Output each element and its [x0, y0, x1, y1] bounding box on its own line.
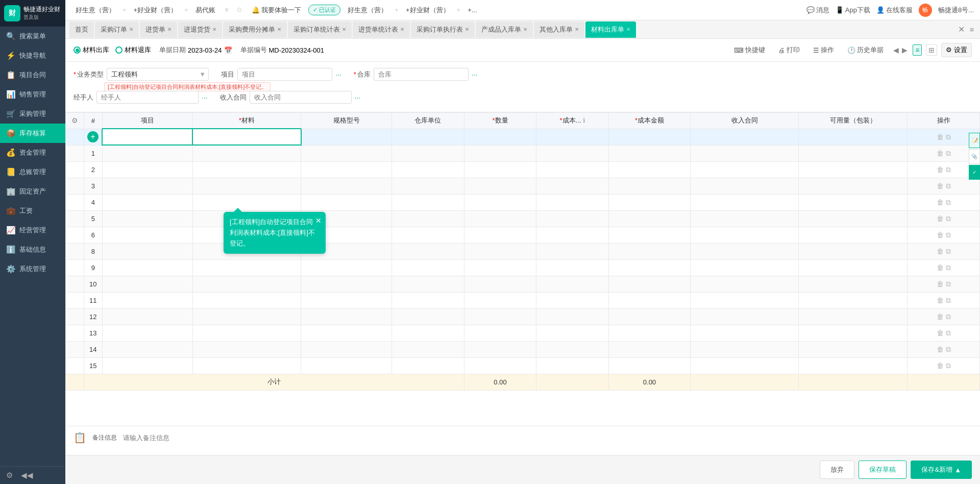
- cell-spec[interactable]: [301, 325, 391, 341]
- tab-close-icon[interactable]: ✕: [400, 27, 404, 32]
- right-tool-check[interactable]: ✓: [969, 165, 980, 180]
- delete-row-icon[interactable]: 🗑: [937, 361, 944, 370]
- cell-available[interactable]: [799, 129, 908, 145]
- cell-income-contract[interactable]: [690, 178, 799, 194]
- cell-spec[interactable]: [301, 161, 391, 178]
- cell-project[interactable]: [102, 259, 192, 276]
- cell-cost-price[interactable]: [536, 341, 609, 357]
- topbar-yidaizhang[interactable]: 易代账: [191, 4, 219, 17]
- prev-arrow[interactable]: ◀: [892, 45, 900, 55]
- topbar-more[interactable]: +...: [463, 4, 481, 16]
- cell-spec[interactable]: [301, 129, 391, 145]
- topbar-haoyecai2[interactable]: +好业财（营）: [402, 4, 454, 17]
- cell-project[interactable]: [102, 308, 192, 325]
- copy-row-icon[interactable]: ⧉: [946, 329, 951, 337]
- delete-row-icon[interactable]: 🗑: [937, 263, 944, 272]
- copy-row-icon[interactable]: ⧉: [946, 182, 951, 190]
- copy-row-icon[interactable]: ⧉: [946, 247, 951, 256]
- tab-close-icon[interactable]: ✕: [523, 27, 527, 32]
- delete-row-icon[interactable]: 🗑: [937, 214, 944, 223]
- radio-material-return[interactable]: 材料退库: [115, 45, 151, 55]
- copy-row-icon[interactable]: ⧉: [946, 345, 951, 354]
- cell-quantity[interactable]: [464, 194, 536, 210]
- cell-warehouse[interactable]: [391, 259, 464, 276]
- cell-available[interactable]: [799, 325, 908, 341]
- tooltip-close-btn[interactable]: ✕: [315, 215, 322, 226]
- cell-project[interactable]: [102, 325, 192, 341]
- sidebar-item-payroll[interactable]: 💼 工资: [0, 201, 65, 221]
- cell-warehouse[interactable]: [391, 161, 464, 178]
- cell-available[interactable]: [799, 145, 908, 161]
- cell-spec[interactable]: [301, 308, 391, 325]
- topbar-experience[interactable]: 🔔 我要体验一下: [248, 4, 306, 17]
- cell-warehouse[interactable]: [391, 243, 464, 259]
- cell-cost-amount[interactable]: [609, 292, 691, 308]
- cell-quantity[interactable]: [464, 308, 536, 325]
- shortcut-btn[interactable]: ⌨ 快捷键: [729, 43, 770, 57]
- cell-cost-price[interactable]: [536, 292, 609, 308]
- topbar-haoshengyi[interactable]: 好生意（营）: [71, 4, 119, 17]
- handler-input[interactable]: [96, 91, 199, 104]
- cell-material[interactable]: [192, 292, 301, 308]
- cell-warehouse[interactable]: [391, 357, 464, 374]
- user-avatar[interactable]: 畅: [919, 4, 932, 17]
- cell-cost-amount[interactable]: [609, 276, 691, 292]
- cell-available[interactable]: [799, 259, 908, 276]
- cell-project[interactable]: [102, 276, 192, 292]
- delete-row-icon[interactable]: 🗑: [937, 133, 944, 141]
- cell-quantity[interactable]: [464, 292, 536, 308]
- cell-project[interactable]: [102, 292, 192, 308]
- cell-warehouse[interactable]: [391, 194, 464, 210]
- cell-available[interactable]: [799, 243, 908, 259]
- cell-material[interactable]: [192, 145, 301, 161]
- discard-button[interactable]: 放弃: [820, 461, 854, 479]
- cell-cost-amount[interactable]: [609, 161, 691, 178]
- cell-warehouse[interactable]: [391, 210, 464, 227]
- cell-project[interactable]: [102, 194, 192, 210]
- copy-row-icon[interactable]: ⧉: [946, 149, 951, 158]
- calendar-icon[interactable]: 📅: [224, 46, 232, 54]
- tab-close-icon[interactable]: ✕: [167, 27, 172, 32]
- cell-cost-amount[interactable]: [609, 194, 691, 210]
- save-draft-button[interactable]: 保存草稿: [859, 461, 906, 479]
- cell-cost-price[interactable]: [536, 227, 609, 243]
- cell-warehouse[interactable]: [391, 227, 464, 243]
- cell-project[interactable]: [102, 210, 192, 227]
- cell-material[interactable]: [192, 357, 301, 374]
- topbar-haoyecai[interactable]: +好业财（营）: [130, 4, 182, 17]
- cell-project[interactable]: [102, 178, 192, 194]
- cell-cost-price[interactable]: [536, 129, 609, 145]
- cell-income-contract[interactable]: [690, 292, 799, 308]
- handler-dots-icon[interactable]: ···: [202, 93, 208, 102]
- view-list-btn[interactable]: ≡: [913, 44, 922, 56]
- warehouse-dots-icon[interactable]: ···: [472, 70, 478, 79]
- save-new-button[interactable]: 保存&新增 ▲: [911, 461, 972, 479]
- cell-quantity[interactable]: [464, 210, 536, 227]
- cell-cost-price[interactable]: [536, 308, 609, 325]
- sidebar-item-operations[interactable]: 📈 经营管理: [0, 221, 65, 240]
- cell-warehouse[interactable]: [391, 325, 464, 341]
- cell-cost-amount[interactable]: [609, 325, 691, 341]
- cell-project[interactable]: [102, 243, 192, 259]
- tab-close-icon[interactable]: ✕: [342, 27, 346, 32]
- cell-project[interactable]: [102, 357, 192, 374]
- collapse-icon[interactable]: ◀◀: [21, 471, 33, 480]
- cell-spec[interactable]: [301, 145, 391, 161]
- cell-quantity[interactable]: [464, 227, 536, 243]
- cell-cost-price[interactable]: [536, 276, 609, 292]
- cell-available[interactable]: [799, 227, 908, 243]
- tab-other-in[interactable]: 其他入库单 ✕: [534, 21, 584, 38]
- cell-available[interactable]: [799, 357, 908, 374]
- cell-project[interactable]: [102, 341, 192, 357]
- tab-close-icon[interactable]: ✕: [129, 27, 133, 32]
- cell-cost-amount[interactable]: [609, 357, 691, 374]
- add-row-button[interactable]: +: [87, 131, 99, 142]
- delete-row-icon[interactable]: 🗑: [937, 165, 944, 174]
- tab-bar-close[interactable]: ✕: [956, 25, 967, 34]
- cell-spec[interactable]: [301, 357, 391, 374]
- cell-quantity[interactable]: [464, 178, 536, 194]
- copy-row-icon[interactable]: ⧉: [946, 165, 951, 174]
- cell-income-contract[interactable]: [690, 308, 799, 325]
- cell-quantity[interactable]: [464, 341, 536, 357]
- cell-available[interactable]: [799, 292, 908, 308]
